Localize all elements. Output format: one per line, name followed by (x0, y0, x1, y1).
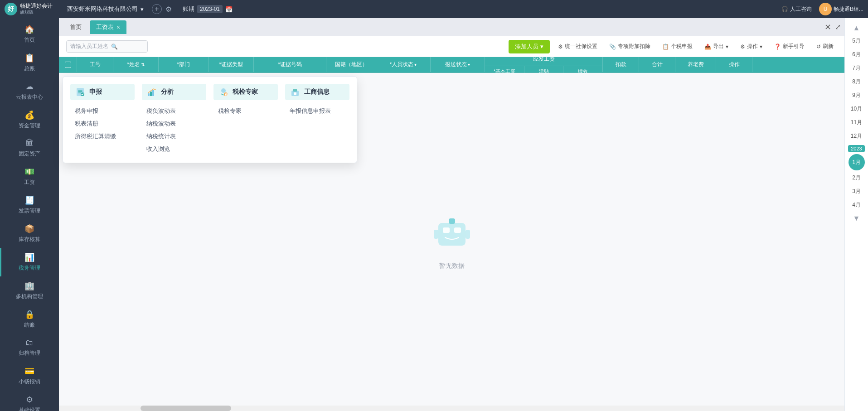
search-icon[interactable]: 🔍 (111, 44, 118, 50)
tab-close-icon[interactable]: × (116, 24, 120, 30)
cal-month-12[interactable]: 12月 (848, 130, 866, 142)
close-all-tabs-button[interactable]: ✕ (824, 22, 831, 32)
popup-section-analysis-title: 分析 (161, 88, 174, 96)
th-dept-label: *部门 (177, 61, 190, 68)
fund-icon: 💰 (24, 110, 34, 120)
popup-item-tax-declaration[interactable]: 税务申报 (70, 105, 135, 117)
sidebar-item-ledger[interactable]: 📋 总账 (0, 48, 59, 77)
business-info-icon (290, 87, 301, 97)
empty-illustration (429, 214, 475, 255)
popup-item-tax-stats-table[interactable]: 纳税统计表 (142, 130, 206, 143)
sidebar-item-cloud-report[interactable]: ☁ 云报表中心 (0, 77, 59, 106)
th-salary-group: 应发工资 *基本工资 津贴 绩效 (485, 57, 603, 72)
ops-icon: ⚙ (740, 44, 745, 50)
sidebar-item-salary[interactable]: 💵 工资 (0, 162, 59, 191)
tab-home-label: 首页 (70, 23, 82, 31)
cal-month-1-active[interactable]: 1月 (849, 154, 865, 170)
th-deduction-label: 扣款 (616, 61, 626, 68)
sidebar-item-home[interactable]: 🏠 首页 (0, 20, 59, 48)
support-button[interactable]: 🎧 人工咨询 (781, 5, 812, 13)
social-insurance-button[interactable]: ⚙ 统一社保设置 (554, 41, 601, 52)
tax-icon: 📊 (24, 252, 34, 262)
export-button[interactable]: 📤 导出 ▾ (701, 41, 732, 52)
search-box[interactable]: 请输入员工姓名 🔍 (66, 40, 148, 53)
popup-section-analysis: 分析 税负波动表 纳税波动表 纳税统计表 收入浏览 (142, 84, 206, 155)
svg-point-11 (221, 88, 226, 93)
calendar-panel: ▲ 5月 6月 7月 8月 9月 10月 11月 12月 2023 1月 2月 … (844, 18, 868, 411)
cal-month-4[interactable]: 4月 (848, 198, 866, 211)
calendar-up-button[interactable]: ▲ (850, 22, 863, 34)
new-guide-button[interactable]: ❓ 新手引导 (771, 41, 808, 52)
sidebar-item-label: 工资 (24, 179, 35, 186)
filter-report-icon[interactable]: ▾ (468, 62, 470, 67)
popup-section-business-info-title: 工商信息 (304, 88, 330, 96)
expand-button[interactable]: ⤢ (835, 23, 841, 31)
th-status-label: *人员状态 (390, 61, 414, 68)
filter-status-icon[interactable]: ▾ (414, 62, 417, 67)
th-salary-group-label: 应发工资 (485, 57, 602, 66)
cloud-icon: ☁ (25, 82, 34, 92)
scrollbar-thumb[interactable] (141, 406, 231, 411)
th-checkbox[interactable] (59, 57, 77, 72)
svg-rect-15 (293, 89, 297, 92)
cal-month-9[interactable]: 9月 (848, 89, 866, 102)
svg-rect-1 (443, 227, 450, 233)
new-guide-label: 新手引导 (783, 43, 805, 50)
popup-item-income-tax-settlement[interactable]: 所得税汇算清缴 (70, 130, 135, 143)
th-id-num: *证据号码 (254, 57, 326, 72)
add-person-button[interactable]: 添加人员 ▾ (509, 40, 550, 53)
add-company-button[interactable]: + (152, 4, 162, 14)
popup-item-annual-report[interactable]: 年报信息申报表 (285, 105, 349, 117)
cal-month-7[interactable]: 7月 (848, 62, 866, 74)
user-menu[interactable]: U 畅捷通B组... (819, 3, 863, 15)
sidebar-item-tax[interactable]: 📊 税务管理 (0, 248, 59, 276)
logo-area: 好 畅捷通好会计 旗舰版 (5, 3, 63, 15)
sidebar-item-archive[interactable]: 🗂 归档管理 (0, 334, 59, 362)
popup-item-tax-payment-table[interactable]: 纳税波动表 (142, 117, 206, 130)
th-dept: *部门 (159, 57, 209, 72)
sidebar-item-fixed-assets[interactable]: 🏛 固定资产 (0, 134, 59, 162)
calendar-down-button[interactable]: ▼ (850, 212, 863, 225)
th-ops: 操作 (716, 57, 752, 72)
sidebar-item-closing[interactable]: 🔒 结账 (0, 305, 59, 334)
horizontal-scrollbar[interactable] (59, 406, 844, 411)
popup-item-tax-expert[interactable]: 税检专家 (213, 105, 278, 117)
special-deduction-button[interactable]: 📎 专项附加扣除 (606, 41, 654, 52)
tab-home[interactable]: 首页 (63, 20, 88, 34)
refresh-button[interactable]: ↺ 刷新 (813, 41, 837, 52)
cal-month-10[interactable]: 10月 (848, 102, 866, 115)
headphone-icon: 🎧 (781, 6, 788, 12)
cal-month-5[interactable]: 5月 (848, 34, 866, 47)
sidebar-item-multi-org[interactable]: 🏢 多机构管理 (0, 276, 59, 305)
sidebar-item-fund[interactable]: 💰 资金管理 (0, 106, 59, 134)
cal-month-11[interactable]: 11月 (848, 116, 866, 129)
sidebar-item-invoice[interactable]: 🧾 发票管理 (0, 191, 59, 219)
svg-rect-9 (150, 92, 152, 96)
sort-name-icon[interactable]: ⇅ (141, 62, 145, 67)
tab-salary-table[interactable]: 工资表 × (90, 20, 126, 34)
th-total: 合计 (639, 57, 675, 72)
cal-month-8[interactable]: 8月 (848, 75, 866, 88)
tab-salary-label: 工资表 (96, 23, 114, 31)
header-checkbox[interactable] (65, 62, 71, 68)
sidebar-item-xiao-chang[interactable]: 💳 小畅报销 (0, 362, 59, 390)
popup-item-income-browser[interactable]: 收入浏览 (142, 143, 206, 155)
operations-button[interactable]: ⚙ 操作 ▾ (737, 41, 766, 52)
svg-text:税: 税 (224, 93, 228, 96)
popup-item-tax-burden-table[interactable]: 税负波动表 (142, 105, 206, 117)
sidebar-item-basic-settings[interactable]: ⚙ 基础设置 (0, 390, 59, 411)
sidebar-item-inventory[interactable]: 📦 库存核算 (0, 219, 59, 248)
popup-section-declaration: 申报 税务申报 税表清册 所得税汇算清缴 (70, 84, 135, 155)
cal-month-3[interactable]: 3月 (848, 185, 866, 198)
multi-org-icon: 🏢 (24, 281, 34, 291)
th-total-label: 合计 (652, 61, 663, 68)
calendar-icon[interactable]: 📅 (225, 6, 233, 13)
cal-month-2[interactable]: 2月 (848, 171, 866, 184)
tax-declaration-button[interactable]: 📋 个税申报 (659, 41, 696, 52)
cal-month-6[interactable]: 6月 (848, 48, 866, 61)
company-selector[interactable]: 西安虾米网络科技有限公司 ▾ (63, 3, 147, 15)
export-label: 导出 (713, 43, 724, 50)
popup-item-tax-table-list[interactable]: 税表清册 (70, 117, 135, 130)
new-guide-toolbar-icon: ❓ (774, 44, 781, 50)
settings-icon[interactable]: ⚙ (164, 4, 174, 14)
